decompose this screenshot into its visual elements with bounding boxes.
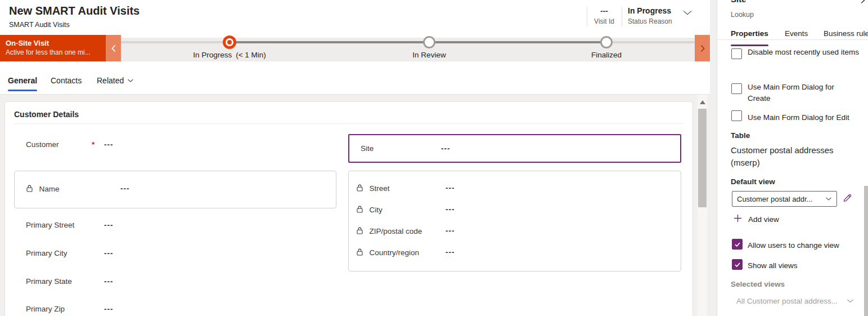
tab-general[interactable]: General bbox=[8, 76, 37, 85]
check-icon bbox=[734, 241, 741, 248]
name-field-label: Name bbox=[39, 185, 59, 193]
bpf-connector bbox=[121, 41, 230, 43]
customer-field-value[interactable]: --- bbox=[104, 140, 114, 149]
header-divider bbox=[587, 7, 587, 27]
bpf-next-button[interactable] bbox=[695, 35, 710, 61]
panel-title: Site bbox=[731, 0, 746, 4]
panel-collapse-icon[interactable] bbox=[859, 0, 866, 6]
table-value: Customer postal addresses (mserp) bbox=[731, 144, 849, 169]
lock-icon bbox=[357, 226, 363, 236]
canvas-scrollbar-thumb[interactable] bbox=[698, 109, 707, 207]
checkbox-show-all-views-label: Show all views bbox=[748, 260, 798, 272]
stage-duration: (< 1 Min) bbox=[236, 51, 266, 59]
plus-icon bbox=[734, 214, 742, 225]
street-field-value: --- bbox=[446, 184, 455, 192]
site-field-value[interactable]: --- bbox=[441, 144, 451, 153]
country-field-value: --- bbox=[446, 248, 455, 256]
check-icon bbox=[734, 261, 741, 268]
panel-scrollbar-thumb[interactable] bbox=[864, 186, 868, 316]
chevron-down-icon bbox=[127, 76, 134, 85]
street-field-label: Street bbox=[369, 184, 389, 193]
customer-details-section: Customer Details Customer * --- Site ---… bbox=[5, 101, 693, 316]
form-tabs-row: General Contacts Related bbox=[0, 61, 710, 95]
site-field-selected[interactable]: Site --- bbox=[348, 134, 681, 163]
chevron-down-icon bbox=[847, 296, 854, 306]
checkbox-dialog-edit-label: Use Main Form Dialog for Edit bbox=[748, 112, 849, 123]
selected-views-value: All Customer postal address... bbox=[736, 297, 838, 305]
primary-zip-label: Primary Zip bbox=[26, 305, 65, 313]
edit-view-pencil-icon[interactable] bbox=[843, 193, 852, 205]
street-row: Street bbox=[357, 183, 389, 193]
bpf-stage-label: In Progress(< 1 Min) bbox=[193, 51, 266, 59]
header-divider bbox=[622, 7, 622, 27]
city-field-label: City bbox=[369, 206, 382, 214]
checkbox-allow-change-view-label: Allow users to change view bbox=[748, 240, 839, 251]
visit-id-value: --- bbox=[588, 6, 620, 16]
bpf-stage-label: In Review bbox=[412, 51, 446, 59]
tab-contacts[interactable]: Contacts bbox=[51, 76, 82, 85]
status-reason-value: In Progress bbox=[628, 6, 672, 16]
checkbox-disable-mru[interactable] bbox=[731, 48, 742, 59]
panel-subtitle: Lookup bbox=[731, 11, 754, 19]
active-stage-badge[interactable]: On-Site Visit Active for less than one m… bbox=[0, 35, 106, 61]
primary-state-label: Primary State bbox=[26, 277, 72, 286]
bpf-stage-node-finalized[interactable] bbox=[600, 36, 613, 48]
customer-field-label: Customer bbox=[26, 140, 59, 149]
page-subtitle: SMART Audit Visits bbox=[9, 21, 70, 29]
bpf-stage-node-in-progress[interactable] bbox=[223, 35, 236, 49]
active-stage-name: On-Site Visit bbox=[6, 38, 100, 48]
city-row: City bbox=[357, 204, 383, 215]
tab-related[interactable]: Related bbox=[97, 76, 134, 85]
tab-events[interactable]: Events bbox=[785, 29, 808, 38]
section-title: Customer Details bbox=[14, 110, 79, 119]
zip-field-value: --- bbox=[446, 226, 455, 235]
bpf-previous-button[interactable] bbox=[106, 35, 121, 61]
stage-name: In Review bbox=[412, 51, 446, 59]
status-chevron-icon[interactable] bbox=[682, 9, 692, 19]
bpf-stage-node-in-review[interactable] bbox=[423, 36, 435, 48]
primary-city-value[interactable]: --- bbox=[104, 249, 114, 257]
scrollbar-up-arrow-icon[interactable] bbox=[700, 100, 705, 104]
stage-name: Finalized bbox=[591, 51, 622, 59]
status-reason-field[interactable]: In Progress Status Reason bbox=[628, 6, 672, 26]
bpf-connector bbox=[606, 41, 695, 43]
add-view-button[interactable]: Add view bbox=[734, 214, 779, 225]
checkbox-show-all-views[interactable] bbox=[732, 259, 743, 270]
tab-business-rules[interactable]: Business rules bbox=[824, 29, 868, 38]
checkbox-dialog-edit[interactable] bbox=[731, 110, 742, 121]
tab-related-label: Related bbox=[97, 76, 124, 85]
lock-icon bbox=[357, 205, 363, 215]
bpf-connector bbox=[230, 41, 606, 43]
address-field-group[interactable]: Street --- City --- ZIP/postal code --- … bbox=[348, 171, 681, 272]
selected-views-label: Selected views bbox=[731, 280, 785, 288]
status-reason-label: Status Reason bbox=[628, 17, 672, 26]
lock-icon bbox=[26, 184, 33, 194]
lock-icon bbox=[357, 184, 363, 193]
chevron-left-icon bbox=[111, 44, 116, 52]
page-title: New SMART Audit Visits bbox=[9, 5, 140, 17]
primary-zip-value[interactable]: --- bbox=[104, 305, 114, 313]
add-view-label: Add view bbox=[748, 215, 779, 224]
table-label: Table bbox=[731, 131, 750, 140]
stage-name: In Progress bbox=[193, 51, 232, 59]
lock-icon bbox=[357, 248, 363, 257]
primary-state-value[interactable]: --- bbox=[104, 277, 114, 286]
chevron-down-icon bbox=[825, 194, 832, 204]
panel-tabs-divider bbox=[717, 39, 868, 40]
visit-id-label: Visit Id bbox=[588, 17, 620, 26]
name-field-group[interactable]: Name --- bbox=[14, 171, 336, 208]
name-field-value: --- bbox=[120, 184, 130, 193]
zip-field-label: ZIP/postal code bbox=[369, 227, 422, 235]
active-stage-status: Active for less than one mi... bbox=[6, 48, 100, 57]
bpf-stage-label: Finalized bbox=[591, 51, 622, 59]
checkbox-dialog-create[interactable] bbox=[731, 83, 742, 94]
section-divider bbox=[14, 123, 683, 124]
required-asterisk: * bbox=[92, 140, 95, 149]
primary-street-label: Primary Street bbox=[26, 221, 74, 229]
city-field-value: --- bbox=[446, 205, 455, 213]
tab-properties[interactable]: Properties bbox=[731, 29, 768, 38]
primary-street-value[interactable]: --- bbox=[104, 221, 114, 229]
default-view-select[interactable]: Customer postal addr... bbox=[732, 191, 837, 207]
site-field-label: Site bbox=[361, 144, 374, 153]
checkbox-allow-change-view[interactable] bbox=[732, 239, 743, 250]
